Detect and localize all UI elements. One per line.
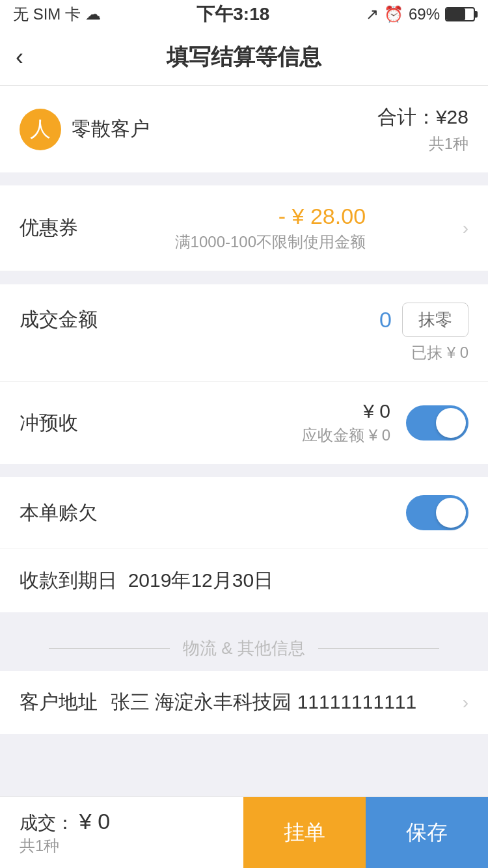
arrears-toggle-knob (436, 498, 466, 528)
prepay-section: 冲预收 ¥ 0 应收金额 ¥ 0 (0, 382, 488, 464)
prepay-sub: 应收金额 ¥ 0 (302, 425, 390, 446)
status-bar: 无 SIM 卡 ☁ 下午3:18 ↗ ⏰ 69% (0, 0, 488, 29)
bottom-count: 共1种 (20, 835, 224, 856)
alarm-icon: ⏰ (384, 5, 403, 23)
arrears-toggle[interactable] (406, 495, 468, 530)
divider-2 (0, 271, 488, 284)
coupon-right: - ¥ 28.00 满1000-100不限制使用金额 (175, 204, 366, 252)
bottom-info: 成交： ¥ 0 共1种 (0, 809, 243, 856)
deal-sub: 已抹 ¥ 0 (20, 342, 468, 363)
coupon-row[interactable]: 优惠券 - ¥ 28.00 满1000-100不限制使用金额 › (0, 185, 488, 271)
bottom-deal-label: 成交： (20, 813, 74, 833)
back-button[interactable]: ‹ (16, 44, 23, 71)
coupon-label: 优惠券 (20, 215, 78, 241)
toggle-knob (436, 408, 466, 438)
status-left: 无 SIM 卡 ☁ (13, 4, 101, 25)
logistics-divider: 物流 & 其他信息 (0, 625, 488, 671)
prepay-right: ¥ 0 应收金额 ¥ 0 (302, 400, 468, 446)
address-section[interactable]: 客户地址 张三 海淀永丰科技园 11111111111 › (0, 671, 488, 734)
page-title: 填写结算等信息 (167, 42, 321, 72)
divider-3 (0, 464, 488, 477)
content: 人 零散客户 合计：¥28 共1种 优惠券 - ¥ 28.00 满1000-10… (0, 86, 488, 812)
location-icon: ↗ (366, 5, 379, 23)
customer-row: 人 零散客户 合计：¥28 共1种 (0, 86, 488, 172)
signal-text: 无 SIM 卡 ☁ (13, 4, 101, 25)
battery-icon (445, 7, 475, 21)
due-date-label: 收款到期日 (20, 569, 117, 591)
status-time: 下午3:18 (197, 2, 269, 27)
due-date-value: 2019年12月30日 (128, 569, 273, 591)
arrears-label: 本单赊欠 (20, 500, 98, 526)
address-value: 张三 海淀永丰科技园 11111111111 (111, 689, 463, 716)
prepay-amount: ¥ 0 (302, 400, 390, 422)
customer-left: 人 零散客户 (20, 109, 150, 150)
deal-top: 成交金额 0 抹零 (20, 303, 468, 337)
battery-percent: 69% (409, 5, 440, 23)
bottom-deal-amount: ¥ 0 (79, 809, 110, 834)
total-amount: 合计：¥28 (377, 104, 468, 131)
customer-name: 零散客户 (72, 116, 150, 142)
total-count: 共1种 (377, 133, 468, 154)
coupon-desc: 满1000-100不限制使用金额 (175, 232, 366, 252)
divider-4 (0, 612, 488, 625)
divider-1 (0, 172, 488, 185)
nav-bar: ‹ 填写结算等信息 (0, 29, 488, 86)
prepay-label: 冲预收 (20, 410, 78, 437)
save-button[interactable]: 保存 (366, 797, 488, 869)
coupon-amount: - ¥ 28.00 (175, 204, 366, 229)
prepay-toggle[interactable] (406, 405, 468, 441)
bottom-bar: 成交： ¥ 0 共1种 挂单 保存 (0, 796, 488, 868)
deal-amount-label: 成交金额 (20, 306, 98, 333)
logistics-label: 物流 & 其他信息 (170, 637, 318, 660)
status-right: ↗ ⏰ 69% (366, 5, 475, 23)
deal-amount-section: 成交金额 0 抹零 已抹 ¥ 0 (0, 284, 488, 382)
hold-button[interactable]: 挂单 (243, 797, 366, 869)
prepay-top: 冲预收 ¥ 0 应收金额 ¥ 0 (20, 400, 468, 446)
prepay-amount-wrap: ¥ 0 应收金额 ¥ 0 (302, 400, 390, 446)
deal-value: 0 (379, 307, 392, 332)
avatar: 人 (20, 109, 61, 150)
bottom-deal-row: 成交： ¥ 0 (20, 809, 224, 835)
due-date-text: 收款到期日 2019年12月30日 (20, 569, 273, 591)
due-date-section: 收款到期日 2019年12月30日 (0, 549, 488, 612)
chevron-right-icon: › (463, 218, 468, 239)
round-off-button[interactable]: 抹零 (402, 303, 468, 337)
deal-amount-right: 0 抹零 (379, 303, 468, 337)
address-chevron-icon: › (463, 692, 468, 713)
address-label: 客户地址 (20, 689, 98, 716)
arrears-section: 本单赊欠 (0, 477, 488, 549)
customer-right: 合计：¥28 共1种 (377, 104, 468, 154)
